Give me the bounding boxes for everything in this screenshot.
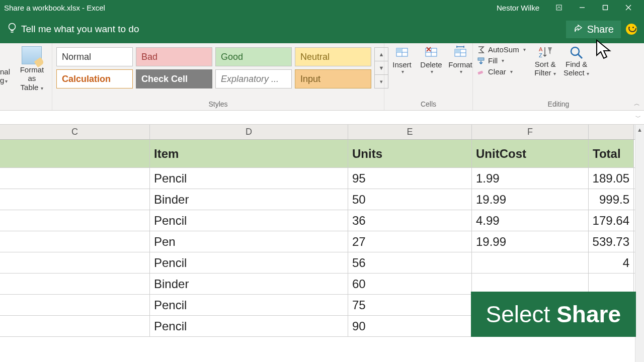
svg-line-26 [578,54,582,58]
col-header-g[interactable] [589,125,634,139]
cell[interactable]: Pencil [150,316,348,336]
cell[interactable]: Pencil [150,295,348,315]
window-maximize[interactable] [594,0,617,15]
tell-me-input[interactable]: Tell me what you want to do [21,24,139,35]
format-as-table-button[interactable]: Format as Table ▾ [16,45,48,92]
cell[interactable] [0,316,150,336]
expand-formula-bar-icon[interactable]: ﹀ [635,114,641,121]
cell[interactable]: 36 [348,210,472,231]
table-row[interactable]: Pen2719.99539.73 [0,231,644,252]
fill-button[interactable]: Fill ▾ [477,56,526,65]
col-header-c[interactable]: C [0,125,150,139]
cell[interactable]: Pencil [150,168,348,189]
cell[interactable]: 4 [589,252,634,273]
cell[interactable] [0,140,150,167]
cell[interactable]: 999.5 [589,189,634,210]
window-minimize[interactable] [571,0,594,15]
cell[interactable]: Pen [150,231,348,252]
conditional-formatting-button-partial[interactable]: nal g▾ [0,45,16,85]
cell[interactable]: 4.99 [472,210,589,231]
cell[interactable]: 90 [348,316,472,336]
style-input[interactable]: Input [295,69,371,88]
formula-bar[interactable]: ﹀ [0,111,644,125]
cell[interactable] [0,189,150,210]
col-header-e[interactable]: E [348,125,472,139]
table-row[interactable]: Binder5019.99999.5 [0,189,644,210]
ribbon-group-format: nal g▾ Format as Table ▾ [0,43,52,110]
cell[interactable]: Units [348,140,472,167]
group-label-styles: Styles [56,99,380,110]
style-good[interactable]: Good [215,47,292,66]
cell[interactable]: Pencil [150,252,348,273]
col-header-f[interactable]: F [472,125,589,139]
cell[interactable] [0,168,150,189]
cell[interactable]: Total [589,140,634,167]
magnifier-icon [569,45,584,59]
window-close[interactable] [617,0,640,15]
insert-cells-button[interactable]: Insert▾ [388,45,416,74]
feedback-smiley-icon[interactable] [626,24,637,35]
svg-point-5 [9,23,16,30]
cell[interactable]: Binder [150,274,348,294]
table-row[interactable]: Pencil951.99189.05 [0,168,644,189]
find-select-button[interactable]: Find & Select ▾ [562,45,591,77]
cell[interactable] [472,274,589,294]
cell[interactable]: 19.99 [472,189,589,210]
scroll-up-icon[interactable]: ▲ [637,127,642,133]
style-check-cell[interactable]: Check Cell [136,69,212,88]
cell[interactable] [589,274,634,294]
cell[interactable]: 56 [348,252,472,273]
collapse-ribbon-button[interactable]: ︿ [634,100,640,108]
ribbon-group-cells: Insert▾ Delete▾ Format▾ Cells [384,43,473,110]
lightbulb-icon [7,22,17,37]
cell[interactable]: 95 [348,168,472,189]
column-headers: C D E F [0,125,644,140]
cell[interactable] [0,231,150,252]
delete-cells-button[interactable]: Delete▾ [418,45,445,74]
cell[interactable] [0,295,150,315]
cell-styles-gallery[interactable]: Normal Bad Good Neutral ▲ ▼ ▾ Calculatio… [56,45,388,90]
cell[interactable] [472,252,589,273]
table-header-row[interactable]: Item Units UnitCost Total [0,140,644,168]
cell[interactable]: 75 [348,295,472,315]
cell[interactable] [0,274,150,294]
style-calculation[interactable]: Calculation [56,69,133,88]
style-neutral[interactable]: Neutral [295,47,371,66]
sort-filter-button[interactable]: AZ Sort & Filter ▾ [531,45,560,77]
cell[interactable]: 179.64 [589,210,634,231]
ribbon-display-options[interactable] [547,0,571,15]
format-as-table-icon [22,46,42,64]
ribbon: nal g▾ Format as Table ▾ Normal Bad Good… [0,43,644,111]
cell[interactable]: 1.99 [472,168,589,189]
col-header-d[interactable]: D [150,125,348,139]
style-explanatory[interactable]: Explanatory ... [215,69,292,88]
title-bar: Share a workbook.xlsx - Excel Nestor Wil… [0,0,644,15]
cell[interactable]: 27 [348,231,472,252]
format-cells-button[interactable]: Format▾ [447,45,474,74]
table-row[interactable]: Pencil564 [0,252,644,274]
share-button[interactable]: Share [566,21,621,38]
fill-down-icon [477,57,485,65]
cell[interactable]: UnitCost [472,140,589,167]
cell[interactable]: 19.99 [472,231,589,252]
style-normal[interactable]: Normal [56,47,133,66]
cell[interactable] [0,252,150,273]
cell[interactable] [0,210,150,231]
clear-button[interactable]: Clear ▾ [477,67,526,76]
tutorial-callout: Select Share [471,292,636,337]
cell[interactable]: Pencil [150,210,348,231]
insert-cells-icon [394,45,410,59]
vertical-scrollbar[interactable]: ▲ [635,125,644,362]
svg-rect-21 [478,58,484,60]
ribbon-group-styles: Normal Bad Good Neutral ▲ ▼ ▾ Calculatio… [52,43,384,110]
autosum-button[interactable]: AutoSum ▾ [477,45,526,54]
table-row[interactable]: Pencil364.99179.64 [0,210,644,231]
cell[interactable]: Item [150,140,348,167]
document-title: Share a workbook.xlsx - Excel [4,4,105,12]
cell[interactable]: 189.05 [589,168,634,189]
style-bad[interactable]: Bad [136,47,212,66]
cell[interactable]: 539.73 [589,231,634,252]
cell[interactable]: Binder [150,189,348,210]
cell[interactable]: 60 [348,274,472,294]
cell[interactable]: 50 [348,189,472,210]
